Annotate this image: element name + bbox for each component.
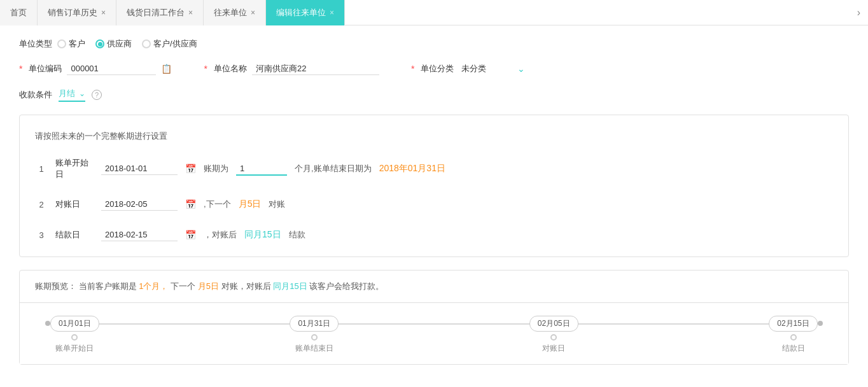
preview-highlight1: 1个月， (139, 281, 168, 291)
timeline-node-1: 01月01日 账单开始日 (50, 316, 99, 354)
help-icon[interactable]: ? (92, 90, 102, 100)
payment-date-input[interactable] (101, 229, 178, 241)
start-date-input[interactable] (101, 162, 178, 175)
category-dropdown-icon[interactable]: ⌄ (517, 64, 525, 74)
payment-condition-row: 收款条件 月结 ⌄ ? (19, 88, 849, 102)
tab-home-label: 首页 (10, 7, 27, 18)
period-num-2: 2 (35, 200, 48, 209)
period-field-label-1: 账单开始日 (55, 157, 94, 180)
period-settings-box: 请按照未来的一个完整帐期进行设置 1 账单开始日 📅 账期为 个月,账单结束日期… (19, 115, 849, 257)
calendar-icon[interactable]: 📋 (161, 64, 172, 74)
period-num-1: 1 (35, 164, 48, 174)
tl-node-dot-1 (71, 334, 78, 341)
unit-category-label: 单位分类 (421, 63, 454, 74)
tab-sales-history[interactable]: 销售订单历史 × (38, 0, 116, 25)
tab-cash-work[interactable]: 钱货日清工作台 × (116, 0, 204, 25)
period-number-input[interactable] (236, 162, 287, 176)
unit-code-input[interactable] (67, 62, 156, 75)
unit-type-row: 单位类型 客户 供应商 客户/供应商 (19, 38, 849, 50)
radio-customer-supplier-label: 客户/供应商 (153, 38, 197, 50)
tab-partner-label: 往来单位 (214, 7, 247, 18)
close-icon[interactable]: × (101, 8, 106, 17)
period-field-label-2: 对账日 (55, 199, 94, 210)
period-num-3: 3 (35, 230, 48, 240)
preview-section: 账期预览： 当前客户账期是 1个月， 下一个 月5日 对账，对账后 同月15日 … (19, 270, 849, 365)
timeline-node-4: 02月15日 结款日 (769, 316, 818, 354)
required-star-name: * (204, 64, 207, 74)
unit-name-label: 单位名称 (214, 63, 247, 74)
unit-category-field: * 单位分类 未分类 ⌄ (411, 63, 525, 74)
period-row-1: 1 账单开始日 📅 账期为 个月,账单结束日期为 2018年01月31日 (35, 157, 833, 180)
timeline-label-2: 账单结束日 (295, 343, 333, 354)
timeline-end-dot (818, 321, 823, 326)
unit-type-field: 单位类型 客户 供应商 客户/供应商 (19, 38, 197, 50)
reconcile-date-input[interactable] (101, 198, 178, 211)
period-desc-prefix-1: 账期为 (204, 163, 228, 174)
timeline-start-dot (45, 321, 50, 326)
period-desc-2a: ,下一个 (204, 199, 231, 210)
period-desc-suffix-1: 个月,账单结束日期为 (295, 163, 372, 174)
timeline-badge-2: 01月31日 (290, 316, 339, 332)
preview-highlight2: 月5日 (198, 281, 219, 291)
close-icon[interactable]: × (330, 8, 334, 17)
tab-sales-history-label: 销售订单历史 (48, 7, 97, 18)
radio-customer[interactable]: 客户 (57, 38, 85, 50)
radio-circle-supplier (95, 39, 104, 48)
timeline-label-3: 对账日 (542, 343, 565, 354)
payment-condition-label: 收款条件 (19, 89, 52, 101)
timeline-badge-1: 01月01日 (50, 316, 99, 332)
tab-home[interactable]: 首页 (0, 0, 38, 25)
timeline-section: 01月01日 账单开始日 01月31日 账单结束日 02月05日 (20, 303, 848, 364)
unit-name-field: * 单位名称 (204, 62, 379, 75)
preview-text3: 对账，对账后 (221, 281, 271, 291)
radio-circle-customer-supplier (142, 39, 151, 48)
tl-node-dot-2 (311, 334, 318, 341)
close-icon[interactable]: × (188, 8, 193, 17)
preview-text4: 该客户会给我打款。 (309, 281, 384, 291)
timeline-badge-4: 02月15日 (769, 316, 818, 332)
period-desc-2b: 对账 (269, 199, 285, 210)
calendar-icon-2[interactable]: 📅 (185, 199, 196, 209)
unit-category-value: 未分类 (461, 63, 512, 74)
payment-day-highlight: 同月15日 (244, 229, 281, 241)
unit-details-row: * 单位编码 📋 * 单位名称 * 单位分类 未分类 ⌄ (19, 62, 849, 75)
timeline-badge-3: 02月05日 (529, 316, 578, 332)
preview-label: 账期预览： (35, 281, 76, 291)
radio-circle-customer (57, 39, 66, 48)
tab-edit-partner-label: 编辑往来单位 (276, 7, 326, 18)
timeline-node-3: 02月05日 对账日 (529, 316, 578, 354)
preview-text: 账期预览： 当前客户账期是 1个月， 下一个 月5日 对账，对账后 同月15日 … (20, 271, 848, 303)
tab-edit-partner[interactable]: 编辑往来单位 × (266, 0, 345, 25)
radio-customer-supplier[interactable]: 客户/供应商 (142, 38, 197, 50)
radio-group-unit-type: 客户 供应商 客户/供应商 (57, 38, 197, 50)
calendar-icon-1[interactable]: 📅 (185, 164, 196, 174)
calendar-icon-3[interactable]: 📅 (185, 230, 196, 240)
period-field-label-3: 结款日 (55, 229, 94, 241)
timeline-label-4: 结款日 (782, 343, 805, 354)
close-icon[interactable]: × (251, 8, 255, 17)
help-question-mark: ? (95, 91, 99, 99)
preview-text2: 下一个 (171, 281, 195, 291)
reconcile-day-highlight: 月5日 (239, 199, 262, 210)
tab-cash-work-label: 钱货日清工作台 (127, 7, 185, 18)
main-content: 单位类型 客户 供应商 客户/供应商 * 单位编码 (0, 25, 868, 387)
radio-supplier[interactable]: 供应商 (95, 38, 132, 50)
end-date-highlight: 2018年01月31日 (379, 163, 445, 174)
period-box-title: 请按照未来的一个完整帐期进行设置 (35, 130, 833, 142)
tabs-bar: 首页 销售订单历史 × 钱货日清工作台 × 往来单位 × 编辑往来单位 × › (0, 0, 868, 25)
tab-more-button[interactable]: › (850, 0, 868, 25)
radio-supplier-label: 供应商 (107, 38, 132, 50)
required-star: * (19, 64, 22, 74)
period-desc-3a: ，对账后 (204, 229, 237, 241)
required-star-category: * (411, 64, 414, 74)
tl-node-dot-3 (550, 334, 557, 341)
payment-condition-select[interactable]: 月结 ⌄ (59, 88, 85, 102)
tab-partner[interactable]: 往来单位 × (204, 0, 266, 25)
period-desc-3b: 结款 (289, 229, 305, 241)
unit-name-input[interactable] (252, 62, 379, 75)
preview-highlight3: 同月15日 (273, 281, 307, 291)
preview-text1: 当前客户账期是 (79, 281, 137, 291)
tl-node-dot-4 (790, 334, 797, 341)
timeline-node-2: 01月31日 账单结束日 (290, 316, 339, 354)
unit-type-label: 单位类型 (19, 38, 52, 50)
